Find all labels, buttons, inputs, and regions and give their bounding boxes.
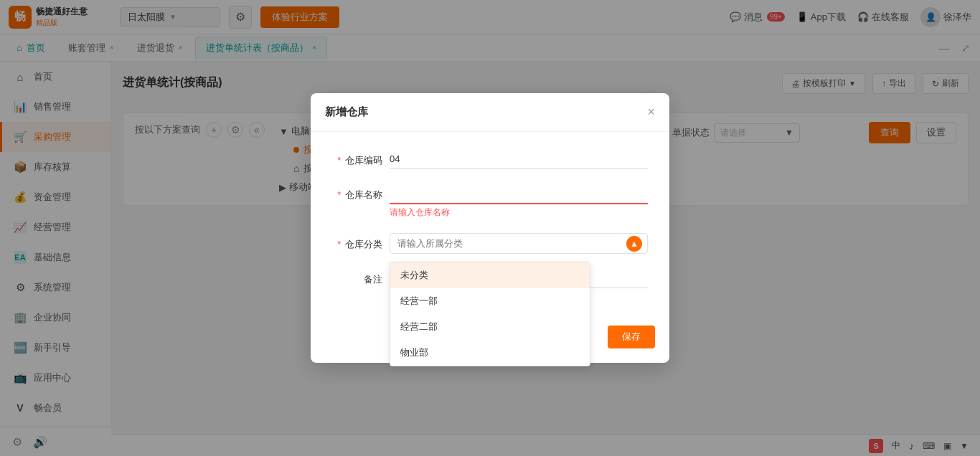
modal-title: 新增仓库 <box>325 105 368 119</box>
code-label: * 仓库编码 <box>332 149 382 167</box>
save-button[interactable]: 保存 <box>608 326 655 348</box>
dropdown-item-dept2[interactable]: 经营二部 <box>390 314 590 340</box>
name-field-container: 请输入仓库名称 <box>390 184 648 219</box>
code-field-row: * 仓库编码 <box>332 149 648 169</box>
modal-overlay[interactable]: 新增仓库 × * 仓库编码 * 仓库名称 请输入仓库名称 <box>0 0 980 456</box>
dropdown-item-dept1[interactable]: 经营一部 <box>390 288 590 314</box>
modal-close-button[interactable]: × <box>647 105 655 120</box>
name-field-row: * 仓库名称 请输入仓库名称 <box>332 184 648 219</box>
modal-body: * 仓库编码 * 仓库名称 请输入仓库名称 * <box>311 132 669 317</box>
code-input[interactable] <box>390 149 648 169</box>
notes-label: 备注 <box>332 268 382 286</box>
name-error-msg: 请输入仓库名称 <box>390 206 648 219</box>
name-label: * 仓库名称 <box>332 184 382 201</box>
category-toggle-button[interactable]: ▲ <box>626 236 642 252</box>
dropdown-item-dept3[interactable]: 物业部 <box>390 340 590 366</box>
dropdown-item-unclassified[interactable]: 未分类 <box>390 262 590 288</box>
category-label: * 仓库分类 <box>332 233 382 251</box>
name-input[interactable] <box>390 184 648 204</box>
category-field-row: * 仓库分类 ▲ 未分类 经营一部 经营二部 物业部 <box>332 233 648 254</box>
modal-header: 新增仓库 × <box>311 93 669 132</box>
category-select-container: ▲ 未分类 经营一部 经营二部 物业部 <box>390 233 648 254</box>
add-warehouse-modal: 新增仓库 × * 仓库编码 * 仓库名称 请输入仓库名称 <box>311 93 669 363</box>
category-dropdown: 未分类 经营一部 经营二部 物业部 <box>390 262 590 366</box>
category-input[interactable] <box>390 233 648 254</box>
